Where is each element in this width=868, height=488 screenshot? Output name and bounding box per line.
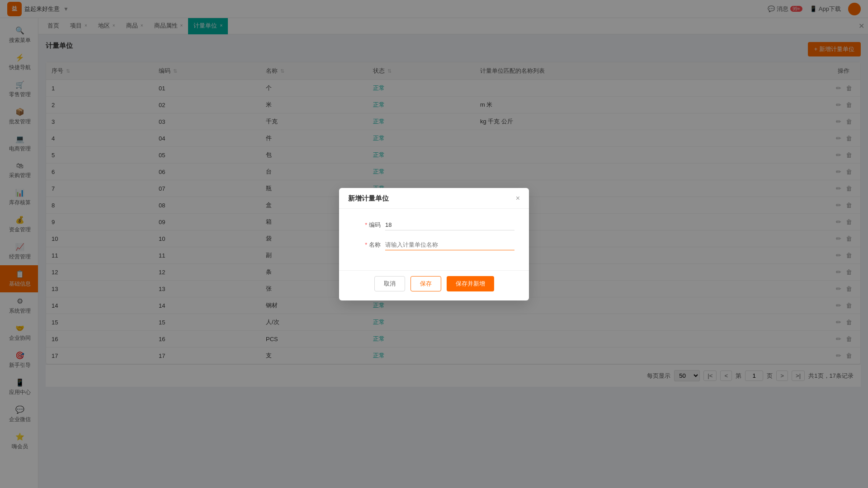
name-label: 名称 xyxy=(354,241,381,249)
save-button[interactable]: 保存 xyxy=(410,276,441,291)
code-label: 编码 xyxy=(354,221,381,229)
save-and-add-button[interactable]: 保存并新增 xyxy=(447,276,494,291)
modal-footer: 取消 保存 保存并新增 xyxy=(339,270,529,300)
modal-header: 新增计量单位 × xyxy=(339,188,529,209)
form-row-code: 编码 xyxy=(354,220,514,230)
name-input[interactable] xyxy=(385,239,514,250)
add-unit-modal: 新增计量单位 × 编码 名称 取消 保存 保存并新增 xyxy=(339,188,529,300)
form-row-name: 名称 xyxy=(354,239,514,250)
code-input[interactable] xyxy=(385,220,514,230)
modal-close-button[interactable]: × xyxy=(516,194,520,202)
modal-overlay[interactable]: 新增计量单位 × 编码 名称 取消 保存 保存并新增 xyxy=(0,0,868,488)
modal-body: 编码 名称 xyxy=(339,209,529,270)
modal-title: 新增计量单位 xyxy=(348,194,389,203)
cancel-button[interactable]: 取消 xyxy=(374,276,405,291)
